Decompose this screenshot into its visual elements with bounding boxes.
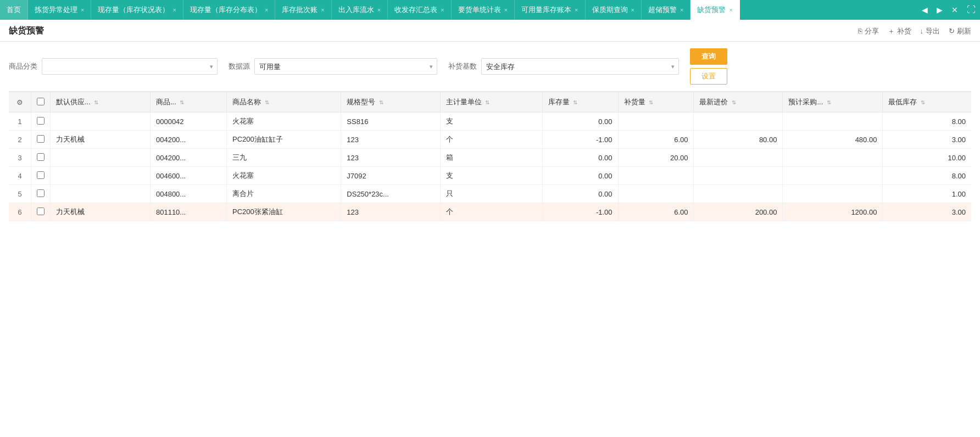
shortage-table: ⚙ 默认供应... ⇅ 商品... ⇅ 商品名称 ⇅ — [9, 92, 971, 221]
td-unit-2: 个 — [440, 131, 542, 149]
td-row-num-2: 2 — [9, 131, 31, 149]
category-select[interactable] — [42, 58, 218, 75]
table-row[interactable]: 5 004800... 离合片 DS250*23c... 只 0.00 1.00 — [9, 185, 971, 203]
tab-expiry-query[interactable]: 保质期查询 × — [586, 0, 642, 20]
tab-shortage[interactable]: 缺货预警 × — [691, 0, 739, 20]
th-default-supplier: 默认供应... ⇅ — [51, 92, 151, 113]
tab-close-order-stat[interactable]: × — [504, 7, 508, 13]
tab-close-inventory-status[interactable]: × — [172, 7, 176, 13]
th-min-stock: 最低库存 ⇅ — [883, 92, 971, 113]
tab-close-batch-account[interactable]: × — [321, 7, 324, 13]
sort-icon-unit[interactable]: ⇅ — [485, 99, 489, 105]
table-row[interactable]: 1 0000042 火花塞 SS816 支 0.00 8.00 — [9, 113, 971, 131]
td-name-3: 三九 — [226, 149, 341, 167]
tab-next-button[interactable]: ▶ — [932, 0, 947, 20]
td-checkbox-5[interactable] — [31, 185, 51, 203]
replenish-basis-select[interactable]: 安全库存 最低库存 — [481, 58, 679, 75]
sort-icon-replenish[interactable]: ⇅ — [649, 99, 653, 105]
export-button[interactable]: ↓ 导出 — [920, 26, 940, 36]
tab-overstock[interactable]: 超储预警 × — [642, 0, 691, 20]
tab-close-available-ledger[interactable]: × — [575, 7, 578, 13]
tab-inventory-dist[interactable]: 现存量（库存分布表） × — [183, 0, 275, 20]
table-row[interactable]: 6 力天机械 801110... PC200张紧油缸 123 个 -1.00 6… — [9, 203, 971, 221]
tab-batch-account[interactable]: 库存批次账 × — [275, 0, 331, 20]
tab-available-ledger[interactable]: 可用量库存账本 × — [515, 0, 585, 20]
filter-bar: 商品分类 ▾ 数据源 可用量 库存量 ▾ 补货基数 — [0, 42, 980, 91]
td-spec-4: J7092 — [341, 167, 440, 185]
datasource-select[interactable]: 可用量 库存量 — [254, 58, 437, 75]
datasource-filter-group: 数据源 可用量 库存量 ▾ — [229, 58, 437, 75]
td-unit-4: 支 — [440, 167, 542, 185]
td-checkbox-1[interactable] — [31, 113, 51, 131]
td-spec-2: 123 — [341, 131, 440, 149]
td-checkbox-2[interactable] — [31, 131, 51, 149]
sort-icon-supplier[interactable]: ⇅ — [94, 99, 98, 105]
replenish-button[interactable]: ＋ 补货 — [888, 26, 911, 36]
category-filter-group: 商品分类 ▾ — [9, 58, 218, 75]
row-checkbox-2[interactable] — [37, 135, 44, 143]
td-checkbox-4[interactable] — [31, 167, 51, 185]
query-button[interactable]: 查询 — [690, 48, 727, 65]
tab-fullscreen-button[interactable]: ⛶ — [962, 0, 980, 20]
tab-bar: 首页 拣货异常处理 × 现存量（库存状况表） × 现存量（库存分布表） × 库存… — [0, 0, 980, 20]
table-row[interactable]: 2 力天机械 004200... PC200油缸缸子 123 个 -1.00 6… — [9, 131, 971, 149]
sort-icon-stock[interactable]: ⇅ — [573, 99, 577, 105]
tab-close-flow[interactable]: × — [377, 7, 381, 13]
tab-collect-summary[interactable]: 收发存汇总表 × — [388, 0, 451, 20]
td-checkbox-3[interactable] — [31, 149, 51, 167]
th-product-code: 商品... ⇅ — [150, 92, 226, 113]
tab-close-collect-summary[interactable]: × — [441, 7, 444, 13]
td-row-num-6: 6 — [9, 203, 31, 221]
tab-close-proc-anomaly[interactable]: × — [81, 7, 84, 13]
td-row-num-3: 3 — [9, 149, 31, 167]
select-all-checkbox[interactable] — [37, 98, 44, 105]
td-name-6: PC200张紧油缸 — [226, 203, 341, 221]
table-row[interactable]: 4 004600... 火花塞 J7092 支 0.00 8.00 — [9, 167, 971, 185]
td-row-num-5: 5 — [9, 185, 31, 203]
td-name-2: PC200油缸缸子 — [226, 131, 341, 149]
table-row[interactable]: 3 004200... 三九 123 箱 0.00 20.00 10.00 — [9, 149, 971, 167]
row-checkbox-5[interactable] — [37, 189, 44, 197]
td-est-purchase-5 — [783, 185, 883, 203]
td-code-5: 004800... — [150, 185, 226, 203]
sort-icon-est-purchase[interactable]: ⇅ — [827, 99, 831, 105]
sort-icon-code[interactable]: ⇅ — [180, 99, 184, 105]
td-name-5: 离合片 — [226, 185, 341, 203]
td-code-6: 801110... — [150, 203, 226, 221]
tab-close-current-button[interactable]: ✕ — [947, 0, 962, 20]
sort-icon-min-stock[interactable]: ⇅ — [921, 99, 925, 105]
setting-button[interactable]: 设置 — [690, 68, 727, 85]
share-icon: ⎘ — [858, 27, 862, 35]
tab-close-inventory-dist[interactable]: × — [265, 7, 268, 13]
row-checkbox-6[interactable] — [37, 208, 44, 215]
tab-proc-anomaly[interactable]: 拣货异常处理 × — [28, 0, 91, 20]
td-est-purchase-3 — [783, 149, 883, 167]
tab-flow[interactable]: 出入库流水 × — [332, 0, 388, 20]
td-latest-price-1 — [694, 113, 783, 131]
tab-close-overstock[interactable]: × — [680, 7, 683, 13]
tab-home[interactable]: 首页 — [0, 0, 28, 20]
row-checkbox-4[interactable] — [37, 171, 44, 179]
sort-icon-name[interactable]: ⇅ — [265, 99, 269, 105]
td-checkbox-6[interactable] — [31, 203, 51, 221]
row-checkbox-3[interactable] — [37, 153, 44, 161]
row-checkbox-1[interactable] — [37, 117, 44, 125]
tab-prev-button[interactable]: ◀ — [917, 0, 932, 20]
share-button[interactable]: ⎘ 分享 — [858, 26, 879, 36]
tab-close-expiry-query[interactable]: × — [631, 7, 634, 13]
tab-order-stat[interactable]: 要货单统计表 × — [452, 0, 515, 20]
tab-close-shortage[interactable]: × — [729, 7, 732, 13]
sort-icon-spec[interactable]: ⇅ — [379, 99, 383, 105]
td-code-2: 004200... — [150, 131, 226, 149]
refresh-button[interactable]: ↻ 刷新 — [949, 26, 971, 36]
td-replenish-qty-2: 6.00 — [618, 131, 694, 149]
table-settings-gear-icon[interactable]: ⚙ — [14, 97, 25, 108]
td-stock-qty-1: 0.00 — [542, 113, 618, 131]
td-min-stock-6: 3.00 — [883, 203, 971, 221]
td-latest-price-2: 80.00 — [694, 131, 783, 149]
td-replenish-qty-4 — [618, 167, 694, 185]
tab-inventory-status[interactable]: 现存量（库存状况表） × — [91, 0, 183, 20]
td-supplier-1 — [51, 113, 151, 131]
th-replenish-qty: 补货量 ⇅ — [618, 92, 694, 113]
sort-icon-latest-price[interactable]: ⇅ — [732, 99, 736, 105]
